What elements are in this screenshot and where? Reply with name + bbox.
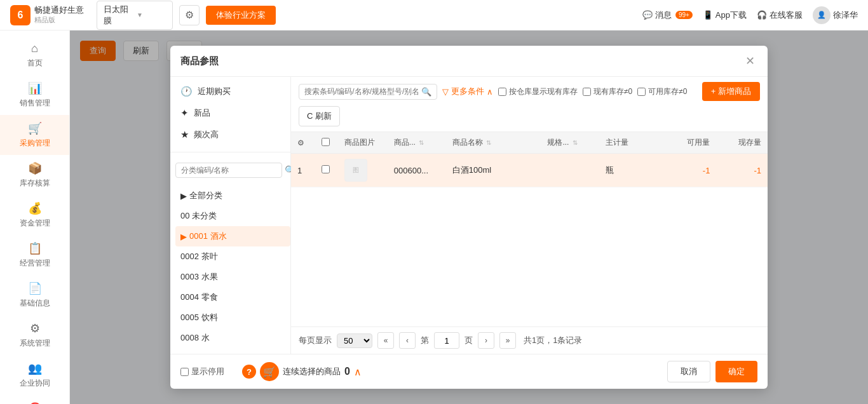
category-search-input[interactable]	[175, 163, 282, 178]
page-first-button[interactable]: «	[377, 332, 394, 349]
sidebar-item-basic[interactable]: 📄 基础信息	[0, 275, 69, 315]
sort-spec-icon: ⇅	[573, 139, 578, 146]
table-row[interactable]: 1 图 000600... 白酒100ml	[291, 154, 768, 187]
col-code-label: 商品...	[394, 138, 416, 147]
cat-arrow-icon: ▶	[180, 191, 187, 201]
avail-nonzero-label: 可用库存≠0	[648, 86, 687, 97]
sidebar-item-finance[interactable]: 💰 资金管理	[0, 195, 69, 235]
search-icon[interactable]: 🔍	[421, 87, 431, 97]
filter-up-icon: ∧	[487, 87, 493, 97]
per-page-label: 每页显示	[299, 335, 332, 346]
row-unit-cell: 瓶	[599, 154, 651, 187]
sidebar-label-sales: 销售管理	[20, 98, 50, 109]
refresh-modal-button[interactable]: C 刷新	[299, 106, 340, 126]
stock-nonzero-label: 现有库存≠0	[593, 86, 632, 97]
product-search-input[interactable]	[304, 87, 419, 96]
cart-icon[interactable]: 🛒	[260, 362, 279, 381]
col-settings-header[interactable]: ⚙	[291, 132, 314, 154]
row-check-cell[interactable]	[314, 154, 338, 187]
col-name-header[interactable]: 商品名称 ⇅	[446, 132, 541, 154]
page-last-button[interactable]: »	[499, 332, 516, 349]
app-download-nav[interactable]: 📱 App下载	[703, 10, 747, 21]
settings-icon[interactable]: ⚙	[179, 5, 200, 25]
help-icon[interactable]: ?	[242, 365, 256, 379]
category-0001[interactable]: ▶ 0001 酒水	[175, 226, 290, 246]
more-filters-button[interactable]: ▽ 更多条件 ∧	[442, 86, 493, 97]
store-dropdown[interactable]: 日太阳膜 ▼	[97, 1, 173, 30]
col-spec-header[interactable]: 规格... ⇅	[541, 132, 599, 154]
category-all[interactable]: ▶ 全部分类	[175, 185, 290, 206]
sidebar-item-inventory[interactable]: 📦 库存核算	[0, 155, 69, 195]
stock-nonzero-input[interactable]	[583, 88, 591, 96]
user-nav[interactable]: 👤 徐泽华	[813, 6, 858, 24]
add-product-button[interactable]: + 新增商品	[702, 82, 760, 101]
trial-button[interactable]: 体验行业方案	[206, 6, 276, 25]
left-panel: 🕐 近期购买 ✦ 新品 ★ 频次高	[170, 77, 291, 354]
sidebar-item-purchase[interactable]: 🛒 采购管理	[0, 115, 69, 155]
basic-icon: 📄	[28, 281, 42, 295]
confirm-button[interactable]: 确定	[715, 361, 757, 382]
online-service-nav[interactable]: 🎧 在线客服	[757, 10, 803, 21]
quick-new-products[interactable]: ✦ 新品	[175, 104, 285, 123]
sidebar-label-finance: 资金管理	[20, 218, 50, 229]
cart-collapse-icon[interactable]: ∧	[354, 366, 362, 378]
row-stock-cell: -1	[716, 154, 768, 187]
warehouse-checkbox-input[interactable]	[498, 88, 506, 96]
sidebar-item-system[interactable]: ⚙ 系统管理	[0, 315, 69, 355]
row-checkbox[interactable]	[322, 165, 330, 173]
page-prev-button[interactable]: ‹	[399, 332, 416, 349]
category-0002[interactable]: 0002 茶叶	[175, 246, 290, 267]
message-label: 消息	[655, 10, 672, 21]
product-search-box: 🔍	[299, 84, 437, 100]
category-0005[interactable]: 0005 饮料	[175, 307, 290, 328]
col-stock-header: 现存量	[716, 132, 768, 154]
collab-icon: 👥	[28, 361, 42, 375]
col-check-header[interactable]	[314, 132, 338, 154]
sidebar-item-operations[interactable]: 📋 经营管理	[0, 235, 69, 275]
warehouse-filter-checkbox[interactable]: 按仓库显示现有库存	[498, 86, 578, 97]
avail-nonzero-checkbox[interactable]: 可用库存≠0	[637, 86, 687, 97]
category-uncategorized[interactable]: 00 未分类	[175, 206, 290, 226]
footer-left: 显示停用 ? 🛒 连续选择的商品 0 ∧	[180, 362, 362, 381]
modal-close-button[interactable]: ✕	[742, 53, 757, 69]
row-spec-cell	[541, 154, 599, 187]
page-suffix: 页	[465, 335, 473, 346]
sidebar-label-operations: 经营管理	[20, 258, 50, 269]
category-0010[interactable]: 0010 家电	[175, 348, 290, 349]
avail-nonzero-input[interactable]	[637, 88, 646, 96]
stock-nonzero-checkbox[interactable]: 现有库存≠0	[583, 86, 632, 97]
sidebar-item-sales[interactable]: 📊 销售管理	[0, 75, 69, 115]
show-disabled-checkbox[interactable]: 显示停用	[180, 366, 224, 377]
product-table: ⚙ 商品图片 商品... ⇅ 商品名称	[291, 132, 768, 187]
select-all-checkbox[interactable]	[322, 138, 330, 146]
quick-frequent[interactable]: ★ 频次高	[175, 125, 285, 144]
content-area: 查询 刷新 设置 商品参照 ✕ 🕐	[70, 30, 868, 404]
col-code-header[interactable]: 商品... ⇅	[388, 132, 446, 154]
sort-code-icon: ⇅	[419, 139, 424, 146]
category-0008[interactable]: 0008 水	[175, 328, 290, 348]
modal-footer: 显示停用 ? 🛒 连续选择的商品 0 ∧ 取消 确定	[170, 354, 768, 389]
messages-nav[interactable]: 💬 消息 99+	[642, 10, 693, 21]
per-page-select[interactable]: 10 20 50 100	[337, 333, 372, 348]
cat-0003-label: 0003 水果	[180, 271, 218, 283]
col-name-label: 商品名称	[452, 138, 483, 147]
cancel-button[interactable]: 取消	[667, 361, 710, 382]
sidebar-item-collab[interactable]: 👥 企业协同	[0, 355, 69, 395]
quick-access-section: 🕐 近期购买 ✦ 新品 ★ 频次高	[170, 82, 290, 149]
service-label: 在线客服	[770, 10, 803, 21]
clock-icon: 🕐	[180, 86, 193, 97]
show-disabled-input[interactable]	[180, 368, 189, 376]
filter-row: 🔍 ▽ 更多条件 ∧ 按仓库显示现有库存	[291, 77, 768, 132]
category-0004[interactable]: 0004 零食	[175, 287, 290, 307]
sidebar-item-guide[interactable]: 🎯 新手引导	[0, 395, 69, 404]
category-search-row: 🔍 ◀◀	[170, 155, 290, 185]
category-all-label: 全部分类	[189, 190, 222, 201]
message-badge: 99+	[675, 11, 693, 19]
warehouse-filter-label: 按仓库显示现有库存	[509, 86, 578, 97]
sidebar-item-home[interactable]: ⌂ 首页	[0, 36, 69, 75]
quick-recent-purchase[interactable]: 🕐 近期购买	[175, 82, 285, 101]
category-0003[interactable]: 0003 水果	[175, 267, 290, 287]
page-number-input[interactable]	[434, 332, 459, 349]
recent-purchase-label: 近期购买	[198, 86, 231, 97]
page-next-button[interactable]: ›	[478, 332, 494, 349]
